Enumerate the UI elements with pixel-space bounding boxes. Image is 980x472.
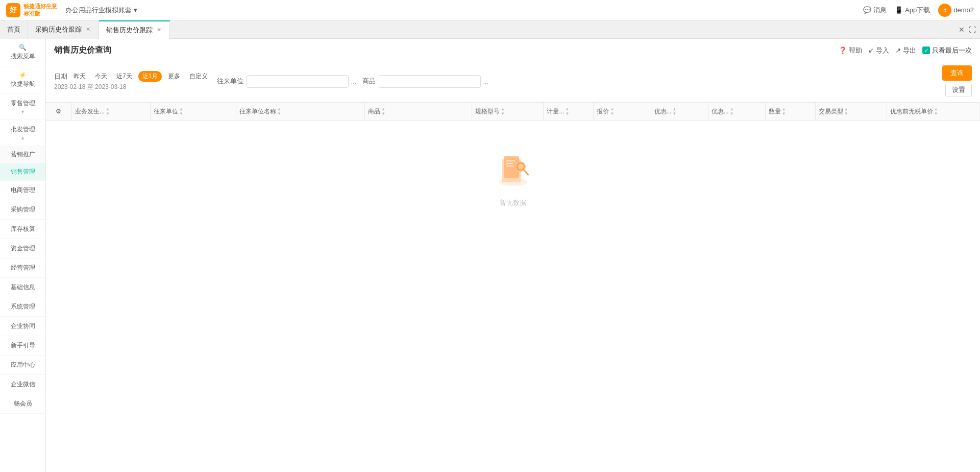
sort-arrows: ▲▼ — [381, 107, 385, 116]
chevron-up-icon: ▴ — [21, 135, 24, 140]
date-filter-group: 日期 昨天 今天 近7天 近1月 更多 自定义 — [54, 71, 211, 82]
logo-icon: 好 — [6, 3, 20, 17]
export-button[interactable]: ↗ 导出 — [895, 46, 916, 55]
header-actions: ❓ 帮助 ↙ 导入 ↗ 导出 ✓ 只看最后一次 — [839, 46, 972, 55]
sidebar-item-wechat[interactable]: 企业微信 — [0, 375, 45, 394]
col-partner-code[interactable]: 往来单位 ▲▼ — [151, 103, 236, 121]
import-button[interactable]: ↙ 导入 — [868, 46, 889, 55]
app-download-button[interactable]: 📱 App下载 — [895, 6, 930, 15]
close-all-icon[interactable]: ✕ — [959, 26, 965, 34]
sort-arrows: ▲▼ — [106, 107, 110, 116]
settings-button[interactable]: 设置 — [945, 83, 972, 97]
sort-arrows: ▲▼ — [934, 107, 938, 116]
col-pretax-price[interactable]: 优惠前无税单价 ▲▼ — [887, 103, 979, 121]
sidebar-item-member[interactable]: 畅会员 — [0, 394, 45, 414]
help-button[interactable]: ❓ 帮助 — [839, 46, 862, 55]
date-btn-today[interactable]: 今天 — [92, 71, 110, 82]
sort-arrows: ▲▼ — [501, 107, 505, 116]
tab-bar: 首页 采购历史价跟踪 ✕ 销售历史价跟踪 ✕ ✕ ⛶ — [0, 20, 980, 39]
date-btn-yesterday[interactable]: 昨天 — [70, 71, 89, 82]
download-icon: 📱 — [895, 6, 903, 14]
col-goods[interactable]: 商品 ▲▼ — [365, 103, 472, 121]
svg-rect-3 — [506, 160, 515, 161]
sidebar-item-enterprise[interactable]: 企业协同 — [0, 317, 45, 336]
sort-arrows: ▲▼ — [782, 107, 786, 116]
logo-area: 好 畅捷通好生意 标准版 — [6, 3, 57, 17]
goods-input[interactable] — [379, 75, 481, 88]
sidebar-item-marketing[interactable]: 营销推广 — [0, 146, 45, 163]
sidebar-item-purchase[interactable]: 采购管理 — [0, 200, 45, 220]
filter-bar: 日期 昨天 今天 近7天 近1月 更多 自定义 2023-02-18 至 202… — [46, 60, 980, 103]
fullscreen-icon[interactable]: ⛶ — [969, 26, 976, 34]
sidebar-item-quick-nav[interactable]: ⚡ 快捷导航 — [0, 66, 45, 94]
gear-icon[interactable]: ⚙ — [56, 108, 61, 115]
sidebar-item-ecommerce[interactable]: 电商管理 — [0, 181, 45, 200]
tab-close-purchase[interactable]: ✕ — [85, 25, 91, 34]
date-btn-custom[interactable]: 自定义 — [186, 71, 211, 82]
export-icon: ↗ — [895, 46, 901, 54]
sort-arrows: ▲▼ — [277, 107, 281, 116]
partner-input[interactable] — [247, 75, 349, 88]
sidebar-item-inventory[interactable]: 库存核算 — [0, 220, 45, 239]
col-gear[interactable]: ⚙ — [46, 103, 71, 121]
table-area: ⚙ 业务发生... ▲▼ 往来单位 ▲▼ — [46, 103, 980, 472]
sidebar-item-guide[interactable]: 新手引导 — [0, 336, 45, 356]
sidebar-item-finance[interactable]: 资金管理 — [0, 239, 45, 258]
message-button[interactable]: 💬 消息 — [863, 6, 887, 15]
date-btn-1month[interactable]: 近1月 — [138, 71, 162, 82]
logo-text: 畅捷通好生意 标准版 — [23, 3, 57, 16]
sidebar: 🔍 搜索菜单 ⚡ 快捷导航 零售管理 ▾ 批发管理 ▴ 营销推广 销售管理 电商… — [0, 39, 46, 472]
search-icon: 🔍 — [19, 44, 27, 51]
user-menu[interactable]: d demo2 — [938, 4, 974, 17]
date-btn-more[interactable]: 更多 — [165, 71, 183, 82]
tab-purchase-history[interactable]: 采购历史价跟踪 ✕ — [28, 20, 99, 39]
col-discount2[interactable]: 优惠... ▲▼ — [708, 103, 765, 121]
page-title: 销售历史价查询 — [54, 45, 111, 56]
sidebar-item-basic-info[interactable]: 基础信息 — [0, 278, 45, 297]
chevron-down-icon: ▾ — [134, 6, 137, 14]
help-icon: ❓ — [839, 46, 847, 54]
sidebar-item-app-center[interactable]: 应用中心 — [0, 356, 45, 375]
goods-dots[interactable]: ... — [483, 78, 488, 85]
tab-close-sales[interactable]: ✕ — [156, 26, 162, 34]
col-partner-name[interactable]: 往来单位名称 ▲▼ — [236, 103, 365, 121]
checkbox-checked-icon: ✓ — [922, 46, 930, 54]
app-selector[interactable]: 办公用品行业模拟账套 ▾ — [61, 6, 141, 15]
sidebar-item-operations[interactable]: 经营管理 — [0, 258, 45, 278]
empty-icon — [493, 151, 533, 192]
content-area: 销售历史价查询 ❓ 帮助 ↙ 导入 ↗ 导出 ✓ 只看最后一次 — [46, 39, 980, 472]
col-discount1[interactable]: 优惠... ▲▼ — [651, 103, 708, 121]
avatar: d — [938, 4, 951, 17]
sort-arrows: ▲▼ — [565, 107, 569, 116]
data-table: ⚙ 业务发生... ▲▼ 往来单位 ▲▼ — [46, 103, 980, 121]
sidebar-item-sales-mgmt[interactable]: 销售管理 — [0, 163, 45, 181]
page-header: 销售历史价查询 ❓ 帮助 ↙ 导入 ↗ 导出 ✓ 只看最后一次 — [46, 39, 980, 60]
col-spec[interactable]: 规格型号 ▲▼ — [472, 103, 544, 121]
date-btn-7days[interactable]: 近7天 — [113, 71, 135, 82]
sidebar-item-retail[interactable]: 零售管理 ▾ — [0, 94, 45, 120]
svg-line-7 — [524, 170, 528, 175]
tab-home[interactable]: 首页 — [0, 20, 28, 39]
col-qty[interactable]: 数量 ▲▼ — [765, 103, 815, 121]
col-biz-date[interactable]: 业务发生... ▲▼ — [71, 103, 150, 121]
empty-state: 暂无数据 — [46, 121, 980, 238]
message-icon: 💬 — [863, 6, 871, 14]
col-price[interactable]: 报价 ▲▼ — [594, 103, 651, 121]
tab-sales-history[interactable]: 销售历史价跟踪 ✕ — [99, 20, 170, 39]
svg-rect-4 — [506, 163, 513, 164]
sort-arrows: ▲▼ — [610, 107, 614, 116]
col-trade-type[interactable]: 交易类型 ▲▼ — [815, 103, 887, 121]
partner-input-area: ... — [247, 75, 356, 88]
sidebar-item-system[interactable]: 系统管理 — [0, 297, 45, 317]
top-bar-left: 好 畅捷通好生意 标准版 办公用品行业模拟账套 ▾ — [6, 3, 141, 17]
goods-input-area: ... — [379, 75, 488, 88]
sidebar-item-wholesale[interactable]: 批发管理 ▴ — [0, 120, 45, 146]
col-unit[interactable]: 计量... ▲▼ — [544, 103, 594, 121]
query-button[interactable]: 查询 — [942, 65, 972, 81]
top-bar-right: 💬 消息 📱 App下载 d demo2 — [863, 4, 974, 17]
filter-right: 查询 设置 — [942, 65, 972, 97]
partner-dots[interactable]: ... — [351, 78, 356, 85]
main-layout: 🔍 搜索菜单 ⚡ 快捷导航 零售管理 ▾ 批发管理 ▴ 营销推广 销售管理 电商… — [0, 39, 980, 472]
sidebar-item-search-menu[interactable]: 🔍 搜索菜单 — [0, 39, 45, 66]
only-last-checkbox[interactable]: ✓ 只看最后一次 — [922, 46, 972, 55]
